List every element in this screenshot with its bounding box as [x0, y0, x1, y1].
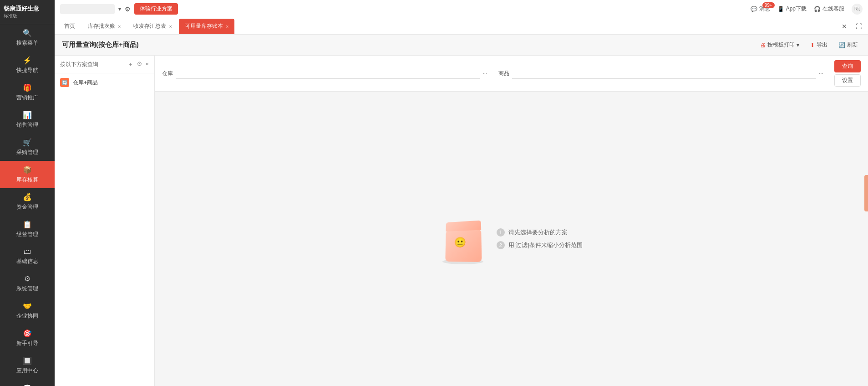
product-more-icon[interactable]: ··· — [819, 70, 823, 77]
tab-home[interactable]: 首页 — [58, 19, 81, 34]
gift-icon: 🎁 — [23, 83, 32, 92]
topbar-right: 💬 消息 99+ 📱 App下载 🎧 在线客服 Rit — [751, 4, 863, 15]
page-header-actions: 🖨 按模板打印 ▾ ⬆ 导出 🔄 刷新 — [757, 39, 861, 51]
warehouse-input[interactable] — [176, 68, 480, 79]
template-print-label: 按模板打印 — [767, 41, 795, 49]
main-panel: 仓库 ··· 商品 ··· 查询 设置 — [155, 56, 868, 386]
user-name: Rit — [854, 6, 860, 11]
sidebar-item-purchase[interactable]: 🛒 采购管理 — [0, 134, 55, 161]
page-header: 可用量查询(按仓库+商品) 🖨 按模板打印 ▾ ⬆ 导出 🔄 刷新 — [55, 35, 868, 56]
export-icon: ⬆ — [810, 42, 815, 48]
sidebar-item-label: 采购管理 — [16, 149, 38, 156]
sidebar-item-shortcut[interactable]: ⚡ 快捷导航 — [0, 51, 55, 79]
empty-tip-2: 2 用[过滤]条件来缩小分析范围 — [497, 241, 583, 249]
collapse-icon[interactable]: « — [146, 60, 149, 68]
tab-available-label: 可用量库存账本 — [185, 22, 223, 30]
query-button[interactable]: 查询 — [834, 60, 861, 72]
template-print-button[interactable]: 🖨 按模板打印 ▾ — [757, 39, 802, 51]
handshake-icon: 🤝 — [23, 302, 32, 310]
product-label: 商品 — [498, 70, 509, 77]
tab-home-label: 首页 — [64, 22, 75, 30]
clipboard-icon: 📋 — [23, 220, 32, 229]
app-version: 标准版 — [4, 13, 51, 19]
phone-icon: 📱 — [777, 6, 784, 12]
filter-settings-button[interactable]: 设置 — [834, 74, 861, 87]
left-panel-header: 按以下方案查询 ＋ ⊙ « — [55, 56, 154, 73]
tab-available-close[interactable]: × — [226, 24, 228, 29]
product-input[interactable] — [512, 68, 816, 79]
sidebar-item-search[interactable]: 🔍 搜索菜单 — [0, 24, 55, 51]
search-icon: 🔍 — [23, 29, 32, 37]
chevron-down-icon: ▾ — [797, 42, 799, 48]
sidebar-item-finance[interactable]: 💰 资金管理 — [0, 188, 55, 216]
tab-summary[interactable]: 收发存汇总表 × — [127, 19, 178, 34]
sidebar-item-label: 销售管理 — [16, 121, 38, 129]
online-service-button[interactable]: 🎧 在线客服 — [814, 5, 844, 13]
sidebar-item-sales[interactable]: 📊 销售管理 — [0, 106, 55, 134]
export-button[interactable]: ⬆ 导出 — [807, 39, 830, 51]
sidebar-item-base[interactable]: 🗃 基础信息 — [0, 243, 55, 270]
topbar-dropdown-button[interactable]: ▾ — [118, 6, 121, 12]
scheme-item-label: 仓库+商品 — [73, 79, 98, 87]
app-download-label: App下载 — [786, 5, 807, 13]
tab-batch-label: 库存批次账 — [88, 22, 115, 30]
left-panel-title: 按以下方案查询 — [60, 61, 98, 68]
sidebar-item-label: 系统管理 — [16, 285, 38, 293]
tabs-controls: ✕ ⛶ — [839, 21, 864, 32]
print-icon: 🖨 — [760, 42, 766, 48]
refresh-label: 刷新 — [847, 41, 858, 49]
empty-face: 😐 — [454, 237, 466, 248]
sidebar-item-marketing[interactable]: 🎁 营销推广 — [0, 79, 55, 106]
lightning-icon: ⚡ — [23, 56, 32, 65]
tabs-fullscreen-button[interactable]: ⛶ — [853, 21, 864, 32]
message-button[interactable]: 💬 消息 99+ — [751, 5, 770, 13]
message-badge: 99+ — [762, 2, 775, 8]
topbar-search-input[interactable] — [60, 4, 115, 14]
wechat-icon: 💬 — [23, 384, 32, 386]
user-profile[interactable]: Rit — [852, 4, 863, 15]
sidebar: 畅康通好生意 标准版 🔍 搜索菜单 ⚡ 快捷导航 🎁 营销推广 📊 销售管理 🛒… — [0, 0, 55, 386]
empty-illustration: 😐 — [440, 216, 486, 262]
avatar: Rit — [852, 4, 863, 15]
sidebar-nav: 🔍 搜索菜单 ⚡ 快捷导航 🎁 营销推广 📊 销售管理 🛒 采购管理 📦 库存核… — [0, 24, 55, 386]
tip-1-text: 请先选择要分析的方案 — [508, 228, 568, 237]
tab-summary-close[interactable]: × — [169, 24, 172, 29]
settings-icon[interactable]: ⚙ — [125, 5, 131, 13]
sidebar-item-label: 库存核算 — [16, 176, 38, 184]
sidebar-item-cooperation[interactable]: 🤝 企业协同 — [0, 297, 55, 324]
page-title: 可用量查询(按仓库+商品) — [62, 41, 139, 49]
tab-available[interactable]: 可用量库存账本 × — [179, 19, 234, 34]
product-filter: 商品 ··· — [498, 68, 824, 79]
sidebar-item-label: 资金管理 — [16, 203, 38, 211]
sidebar-item-operations[interactable]: 📋 经营管理 — [0, 216, 55, 243]
trial-button[interactable]: 体验行业方案 — [134, 3, 178, 15]
tab-batch-close[interactable]: × — [118, 24, 121, 29]
scheme-item[interactable]: 🔄 仓库+商品 — [55, 73, 154, 92]
sidebar-item-system[interactable]: ⚙ 系统管理 — [0, 270, 55, 297]
scheme-icon: 🔄 — [60, 78, 69, 87]
tip-number-1: 1 — [497, 228, 505, 237]
sidebar-item-label: 应用中心 — [16, 367, 38, 375]
content-area: 按以下方案查询 ＋ ⊙ « 🔄 仓库+商品 仓库 ··· — [55, 56, 868, 386]
add-scheme-icon[interactable]: ＋ — [127, 60, 133, 68]
tabs-bar: 首页 库存批次账 × 收发存汇总表 × 可用量库存账本 × ✕ ⛶ — [55, 18, 868, 35]
scheme-settings-icon[interactable]: ⊙ — [137, 60, 142, 68]
chart-icon: 📊 — [23, 111, 32, 119]
tip-2-text: 用[过滤]条件来缩小分析范围 — [508, 241, 583, 249]
sidebar-item-inventory[interactable]: 📦 库存核算 — [0, 161, 55, 188]
refresh-button[interactable]: 🔄 刷新 — [836, 39, 861, 51]
tabs-close-button[interactable]: ✕ — [839, 21, 850, 32]
sidebar-item-label: 基础信息 — [16, 257, 38, 265]
target-icon: 🎯 — [23, 329, 32, 338]
sidebar-item-wechat[interactable]: 💬 企业微信 — [0, 379, 55, 386]
tab-batch[interactable]: 库存批次账 × — [82, 19, 127, 34]
sidebar-item-appcenter[interactable]: 🔲 应用中心 — [0, 352, 55, 379]
headset-icon: 🎧 — [814, 6, 821, 12]
warehouse-more-icon[interactable]: ··· — [482, 70, 487, 77]
export-label: 导出 — [817, 41, 827, 49]
database-icon: 🗃 — [24, 247, 31, 256]
refresh-icon: 🔄 — [838, 42, 845, 48]
sidebar-item-newuser[interactable]: 🎯 新手引导 — [0, 324, 55, 352]
scroll-indicator[interactable] — [864, 175, 868, 211]
app-download-button[interactable]: 📱 App下载 — [777, 5, 807, 13]
